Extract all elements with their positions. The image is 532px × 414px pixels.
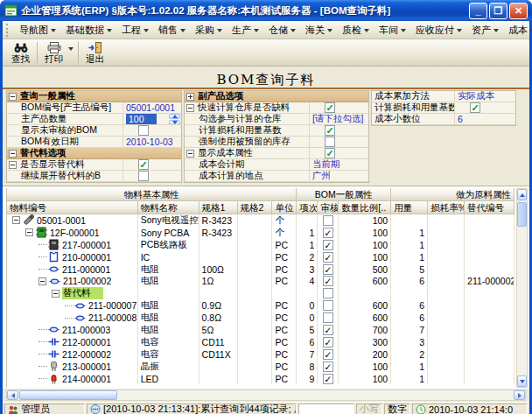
v-scrollbar[interactable]	[516, 188, 528, 388]
expander-icon[interactable]	[9, 161, 17, 169]
audit-checkbox[interactable]: ✓	[323, 240, 333, 250]
property-value[interactable]: 实际成本	[455, 91, 515, 102]
property-value[interactable]: ✓	[310, 125, 368, 136]
column-header[interactable]: 用量	[391, 201, 428, 214]
property-value[interactable]: ✓	[310, 102, 368, 113]
menu-item[interactable]: 基础数据	[61, 22, 117, 39]
table-row[interactable]: 213-000001晶振PC8✓1001	[7, 361, 514, 373]
menu-item[interactable]: 成本	[504, 22, 532, 39]
scroll-left-button[interactable]	[7, 390, 18, 400]
maximize-button[interactable]: ❐	[489, 3, 508, 19]
tree-expander[interactable]	[52, 290, 60, 298]
menu-item[interactable]: 工程	[117, 22, 154, 39]
scroll-down-button[interactable]	[517, 375, 527, 387]
property-group-header[interactable]: 副产品选项	[185, 91, 368, 102]
expander-icon[interactable]	[186, 104, 194, 112]
table-row[interactable]: 214-000001LEDPC9✓1001	[7, 373, 514, 385]
menu-item[interactable]: 质检	[338, 22, 374, 39]
property-value[interactable]: ✓	[455, 102, 515, 113]
property-group-header[interactable]: 替代料选项	[7, 148, 181, 159]
scroll-right-button[interactable]	[514, 390, 525, 400]
property-value[interactable]	[123, 171, 181, 181]
h-scrollbar[interactable]	[6, 389, 526, 401]
audit-checkbox[interactable]: ✓	[323, 361, 333, 372]
expander-icon[interactable]	[9, 93, 17, 101]
checkbox[interactable]	[138, 125, 149, 136]
column-header[interactable]: 物料名称	[138, 201, 200, 214]
table-row[interactable]: 211-000008电阻0.8ΩPC06006	[7, 312, 514, 324]
column-header[interactable]: 规格1	[200, 201, 238, 214]
find-button[interactable]: 查找	[6, 39, 35, 66]
h-scroll-thumb[interactable]	[19, 390, 117, 400]
column-header[interactable]: 损耗率%	[428, 201, 465, 214]
stepper-down-button[interactable]	[169, 120, 180, 124]
menu-item[interactable]: 应收应付	[411, 22, 467, 39]
audit-checkbox[interactable]: ✓	[323, 374, 333, 384]
table-row[interactable]: 210-000001ICPC2✓1001	[7, 251, 514, 263]
menu-item[interactable]: 销售	[154, 22, 191, 39]
table-row[interactable]: 212-000001电容CD11PC6✓3003	[7, 336, 514, 348]
property-group-header[interactable]: 查询一般属性	[7, 91, 181, 102]
menu-item[interactable]: 导航图	[15, 22, 61, 39]
print-dropdown-arrow[interactable]	[68, 39, 76, 66]
menu-item[interactable]: 采购	[191, 22, 228, 39]
checkbox[interactable]	[138, 171, 149, 181]
audit-checkbox[interactable]	[323, 288, 333, 298]
checkbox[interactable]: ✓	[325, 125, 335, 136]
table-row[interactable]: 12F-000001Sony PCBAR-3423个1✓1001	[7, 227, 514, 239]
menu-item[interactable]: 资产	[467, 22, 504, 39]
checkbox[interactable]: ✓	[325, 148, 335, 158]
table-row[interactable]: 217-000001PCB线路板PC1✓1001	[7, 239, 514, 251]
audit-checkbox[interactable]: ✓	[323, 349, 333, 360]
column-header[interactable]: 项次	[297, 201, 318, 214]
spinner-value[interactable]: 100	[126, 114, 157, 124]
expander-icon[interactable]	[9, 150, 17, 158]
checkbox[interactable]	[325, 137, 335, 147]
menu-item[interactable]: 海关	[301, 22, 338, 39]
tree-expander[interactable]	[38, 277, 46, 285]
exit-button[interactable]: 退出	[80, 39, 109, 66]
toolbar-grip[interactable]	[6, 24, 8, 37]
property-value[interactable]: 2010-10-03	[123, 137, 181, 147]
property-value[interactable]: 广州	[310, 171, 368, 181]
property-value[interactable]	[123, 125, 181, 136]
column-header[interactable]: 规格2	[238, 201, 273, 214]
audit-checkbox[interactable]: ✓	[323, 252, 333, 263]
menu-item[interactable]: 仓储	[264, 22, 301, 39]
minimize-button[interactable]: _	[469, 3, 487, 19]
scroll-up-button[interactable]	[517, 189, 527, 200]
table-row[interactable]: 211-000003电阻5ΩPC5✓7007	[7, 324, 514, 336]
audit-checkbox[interactable]: ✓	[323, 228, 333, 238]
h-scroll-track[interactable]	[117, 390, 514, 400]
statusbar-input[interactable]	[298, 403, 354, 414]
menu-item[interactable]: 车间	[374, 22, 411, 39]
table-row[interactable]: 05001-0001Sony电视遥控器 (/R-3423个100	[7, 214, 514, 227]
column-header[interactable]: 数量比例[..	[339, 201, 391, 214]
table-row[interactable]: 211-000001电阻100ΩPC3✓5005	[7, 263, 514, 276]
table-row[interactable]: 替代料	[7, 287, 514, 299]
property-value[interactable]: 05001-0001	[123, 102, 181, 113]
checkbox[interactable]: ✓	[138, 159, 149, 170]
print-button[interactable]: 打印	[39, 39, 68, 66]
checkbox[interactable]: ✓	[470, 102, 480, 113]
property-value[interactable]: 6	[455, 114, 515, 124]
audit-checkbox[interactable]	[323, 312, 333, 323]
audit-checkbox[interactable]: ✓	[323, 337, 333, 347]
expander-icon[interactable]	[186, 150, 194, 158]
table-row[interactable]: 211-000007电阻0.9ΩPC06006	[7, 299, 514, 312]
property-value[interactable]: ✓	[123, 159, 181, 170]
close-button[interactable]: ✕	[509, 3, 528, 19]
property-value[interactable]: 当前期	[310, 159, 368, 170]
tree-expander[interactable]	[25, 228, 33, 236]
column-header[interactable]: 替代编号	[465, 201, 514, 214]
menu-item[interactable]: 生产	[228, 22, 264, 39]
table-row[interactable]: 211-000002电阻1ΩPC4✓6006211-000002	[7, 275, 514, 287]
audit-checkbox[interactable]: ✓	[323, 276, 333, 286]
column-header[interactable]: 单位	[272, 201, 297, 214]
audit-checkbox[interactable]	[323, 300, 333, 311]
column-header[interactable]: 审核	[318, 201, 339, 214]
expander-icon[interactable]	[186, 93, 194, 101]
property-value[interactable]: ✓	[310, 148, 368, 158]
audit-checkbox[interactable]	[323, 215, 333, 226]
property-value[interactable]	[310, 137, 368, 147]
